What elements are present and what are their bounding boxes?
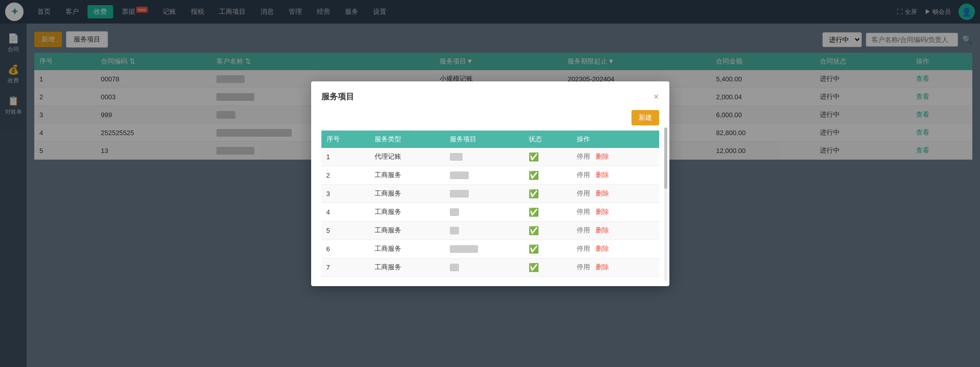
modal-cell-type: 工商服务	[369, 166, 445, 184]
modal-cell-item: ██	[445, 203, 524, 221]
status-check-icon: ✅	[529, 153, 539, 161]
modal-cell-seq: 2	[321, 166, 369, 184]
modal-cell-item: ██████	[445, 240, 524, 258]
modal-cell-action: 停用 删除	[572, 240, 659, 258]
modal-cell-item: ██注册	[445, 276, 524, 279]
modal-new-button[interactable]: 新建	[631, 110, 659, 125]
modal-cell-type: 工商服务	[369, 258, 445, 276]
modal-cell-item: ██	[445, 258, 524, 276]
modal-table-row: 5 工商服务 ██ ✅ 停用 删除	[321, 221, 659, 240]
stop-button[interactable]: 停用	[577, 189, 590, 197]
modal-table-row: 8 工商服务 ██注册 ✅ 停用 删除	[321, 276, 659, 279]
modal-col-seq: 序号	[321, 131, 369, 148]
modal-cell-action: 停用 删除	[572, 258, 659, 276]
modal-close-button[interactable]: ×	[654, 92, 659, 102]
scrollbar-thumb	[664, 127, 667, 189]
modal-cell-type: 工商服务	[369, 276, 445, 279]
stop-button[interactable]: 停用	[577, 153, 590, 160]
stop-button[interactable]: 停用	[577, 226, 590, 234]
modal-cell-status: ✅	[524, 148, 572, 166]
modal-cell-seq: 8	[321, 276, 369, 279]
modal-title: 服务项目	[321, 92, 354, 102]
modal-table-header: 序号 服务类型 服务项目 状态 操作	[321, 131, 659, 148]
modal-cell-type: 工商服务	[369, 240, 445, 258]
modal-cell-item: ████	[445, 184, 524, 203]
modal-col-status: 状态	[524, 131, 572, 148]
delete-button[interactable]: 删除	[596, 153, 609, 160]
modal-cell-item: ██	[445, 221, 524, 240]
modal-cell-status: ✅	[524, 203, 572, 221]
modal-cell-action: 停用 删除	[572, 184, 659, 203]
modal-cell-type: 工商服务	[369, 203, 445, 221]
modal-col-action: 操作	[572, 131, 659, 148]
modal-cell-status: ✅	[524, 258, 572, 276]
modal-overlay[interactable]: 服务项目 × 新建 序号 服务类型 服务项目 状态 操作 1 代理记账	[0, 0, 980, 367]
modal-body: 序号 服务类型 服务项目 状态 操作 1 代理记账 ██1 ✅ 停用 删除 2 …	[321, 131, 659, 279]
modal-cell-action: 停用 删除	[572, 221, 659, 240]
modal-cell-type: 工商服务	[369, 221, 445, 240]
modal-table-row: 6 工商服务 ██████ ✅ 停用 删除	[321, 240, 659, 258]
delete-button[interactable]: 删除	[596, 263, 609, 271]
status-check-icon: ✅	[529, 189, 539, 198]
modal-cell-type: 工商服务	[369, 184, 445, 203]
modal-col-item: 服务项目	[445, 131, 524, 148]
modal-table-row: 2 工商服务 ████ ✅ 停用 删除	[321, 166, 659, 184]
delete-button[interactable]: 删除	[596, 208, 609, 215]
stop-button[interactable]: 停用	[577, 208, 590, 215]
stop-button[interactable]: 停用	[577, 263, 590, 271]
delete-button[interactable]: 删除	[596, 226, 609, 234]
status-check-icon: ✅	[529, 245, 539, 253]
modal-toolbar: 新建	[321, 110, 659, 125]
modal-cell-status: ✅	[524, 221, 572, 240]
delete-button[interactable]: 删除	[596, 189, 609, 197]
modal-cell-item: ██1	[445, 148, 524, 166]
status-check-icon: ✅	[529, 171, 539, 180]
modal-cell-status: ✅	[524, 184, 572, 203]
modal-cell-action: 停用 删除	[572, 203, 659, 221]
modal-table-row: 4 工商服务 ██ ✅ 停用 删除	[321, 203, 659, 221]
modal-table-row: 1 代理记账 ██1 ✅ 停用 删除	[321, 148, 659, 166]
modal-cell-seq: 3	[321, 184, 369, 203]
modal-cell-status: ✅	[524, 166, 572, 184]
modal-table-row: 3 工商服务 ████ ✅ 停用 删除	[321, 184, 659, 203]
modal-cell-seq: 7	[321, 258, 369, 276]
modal-cell-status: ✅	[524, 240, 572, 258]
service-items-table: 序号 服务类型 服务项目 状态 操作 1 代理记账 ██1 ✅ 停用 删除 2 …	[321, 131, 659, 279]
modal-cell-action: 停用 删除	[572, 166, 659, 184]
modal-col-type: 服务类型	[369, 131, 445, 148]
modal-cell-seq: 5	[321, 221, 369, 240]
stop-button[interactable]: 停用	[577, 171, 590, 179]
modal-cell-action: 停用 删除	[572, 148, 659, 166]
modal-cell-seq: 4	[321, 203, 369, 221]
scrollbar-track[interactable]	[664, 127, 667, 281]
modal-table-row: 7 工商服务 ██ ✅ 停用 删除	[321, 258, 659, 276]
stop-button[interactable]: 停用	[577, 245, 590, 252]
modal-cell-status: ✅	[524, 276, 572, 279]
status-check-icon: ✅	[529, 263, 539, 272]
modal-cell-action: 停用 删除	[572, 276, 659, 279]
modal-cell-item: ████	[445, 166, 524, 184]
status-check-icon: ✅	[529, 208, 539, 217]
modal-cell-seq: 6	[321, 240, 369, 258]
delete-button[interactable]: 删除	[596, 171, 609, 179]
service-items-modal: 服务项目 × 新建 序号 服务类型 服务项目 状态 操作 1 代理记账	[311, 81, 669, 286]
modal-header: 服务项目 ×	[321, 92, 659, 102]
modal-cell-type: 代理记账	[369, 148, 445, 166]
delete-button[interactable]: 删除	[596, 245, 609, 252]
modal-cell-seq: 1	[321, 148, 369, 166]
status-check-icon: ✅	[529, 226, 539, 235]
